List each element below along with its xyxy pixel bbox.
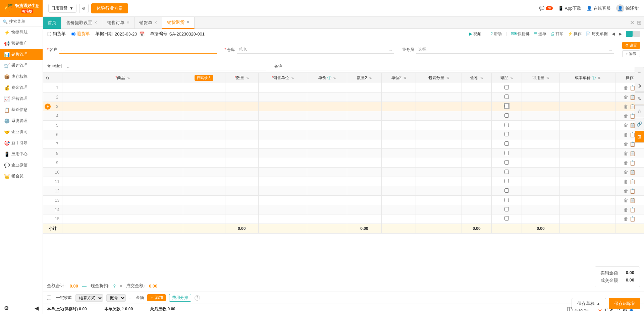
user-avatar[interactable]: 👤 徐泽华 — [616, 4, 639, 12]
delete-icon[interactable]: 🗑 — [624, 207, 628, 212]
copy-icon[interactable]: 📋 — [630, 179, 635, 184]
sidebar-item-inventory[interactable]: 📦 库存核算 — [0, 71, 43, 82]
col-config[interactable]: ⚙ — [43, 73, 52, 83]
sidebar-item-marketing[interactable]: 📢 营销推广 — [0, 38, 43, 49]
fee-split-button[interactable]: 费用分摊 — [169, 294, 191, 302]
message-button[interactable]: 💬 70 — [539, 6, 553, 11]
remark-input[interactable] — [284, 62, 640, 70]
gift-checkbox[interactable] — [504, 104, 509, 108]
online-service-button[interactable]: 👤 在线客服 — [587, 5, 611, 11]
category-select[interactable]: 日用百货 ▼ — [48, 4, 76, 13]
gift-checkbox[interactable] — [504, 160, 509, 165]
delete-icon[interactable]: 🗑 — [624, 132, 628, 137]
view-card[interactable] — [626, 31, 633, 37]
settings-bottom-icon[interactable]: ⚙ — [4, 305, 9, 311]
sidebar-item-finance[interactable]: 💰 资金管理 — [0, 82, 43, 93]
delete-icon[interactable]: 🗑 — [624, 151, 628, 156]
gift-checkbox[interactable] — [504, 151, 509, 155]
toolbar-operation[interactable]: ⚡ 操作 — [568, 31, 582, 37]
delete-icon[interactable]: 🗑 — [624, 95, 628, 100]
logistics-button[interactable]: + 物流 — [622, 50, 640, 57]
delete-icon[interactable]: 🗑 — [624, 160, 628, 166]
float-btn-3[interactable]: ✎ — [635, 92, 644, 105]
sidebar-item-purchase[interactable]: 🛒 采购管理 — [0, 60, 43, 71]
copy-icon[interactable]: 📋 — [630, 216, 635, 222]
tab-close-return[interactable]: ✕ — [186, 20, 190, 24]
delete-icon[interactable]: 🗑 — [624, 198, 628, 203]
trial-button[interactable]: 体验行业方案 — [91, 3, 128, 13]
sidebar-item-enterprise[interactable]: 🤝 企业协同 — [0, 126, 43, 137]
gift-checkbox[interactable] — [504, 123, 509, 127]
gift-checkbox[interactable] — [504, 216, 509, 221]
copy-icon[interactable]: 📋 — [630, 170, 635, 175]
tab-price-settings[interactable]: 售价提取设置 ✕ — [61, 17, 102, 29]
tab-close-price[interactable]: ✕ — [94, 20, 97, 25]
gift-checkbox[interactable] — [504, 132, 509, 136]
copy-icon[interactable]: 📋 — [630, 188, 635, 194]
tab-expand[interactable]: ⊞ — [637, 19, 641, 26]
help-icon-debt[interactable]: ? — [121, 307, 124, 311]
sidebar-item-newbie[interactable]: 🎯 新手引导 — [0, 137, 43, 148]
radio-delivery[interactable]: 销货单 — [47, 31, 66, 37]
tab-home[interactable]: 首页 — [43, 17, 61, 29]
settings-button[interactable]: ⚙ 设置 — [622, 42, 640, 49]
sidebar-item-system[interactable]: ⚙️ 系统管理 — [0, 115, 43, 126]
gear-button[interactable]: ⚙ — [79, 4, 89, 13]
gift-checkbox[interactable] — [504, 188, 509, 193]
delete-icon[interactable]: 🗑 — [624, 85, 628, 90]
sidebar-item-basic[interactable]: 📋 基础信息 — [0, 104, 43, 115]
float-btn-5[interactable]: 🔗 — [635, 118, 644, 130]
product-input[interactable] — [64, 103, 181, 110]
delete-icon[interactable]: 🗑 — [624, 188, 628, 194]
gift-checkbox[interactable] — [504, 141, 509, 146]
one-click-checkbox[interactable] — [47, 296, 51, 300]
delete-icon[interactable]: 🗑 — [624, 170, 628, 175]
tab-sales-return[interactable]: 销货退货 ✕ — [162, 17, 195, 29]
calc-method-select[interactable]: 结算方式 — [75, 294, 103, 302]
gift-checkbox[interactable] — [504, 179, 509, 183]
view-list[interactable] — [633, 31, 640, 37]
tab-close-delivery[interactable]: ✕ — [154, 20, 157, 25]
add-button[interactable]: ＋ 添加 — [147, 294, 166, 301]
radio-delivery-input[interactable] — [47, 32, 51, 36]
sidebar-item-shortcut[interactable]: ⚡ 快捷导航 — [0, 27, 43, 38]
cost-info-icon[interactable]: ⓘ — [592, 75, 596, 80]
price-info-icon[interactable]: ⓘ — [327, 75, 331, 80]
tab-sales-delivery[interactable]: 销货单 ✕ — [135, 17, 162, 29]
delete-icon[interactable]: 🗑 — [624, 141, 628, 147]
copy-icon[interactable]: 📋 — [630, 207, 635, 212]
calendar-icon[interactable]: 📅 — [139, 32, 145, 37]
toolbar-video[interactable]: ▶ 视频 — [469, 31, 481, 37]
salesperson-input[interactable]: 选择... ... — [416, 46, 614, 54]
collapse-icon[interactable]: ◀ — [35, 305, 39, 311]
save-draft-button[interactable]: 保存草稿 ▲ — [572, 298, 606, 309]
gift-checkbox[interactable] — [504, 170, 509, 174]
gift-checkbox[interactable] — [504, 113, 509, 118]
tab-sales-order[interactable]: 销售订单 ✕ — [102, 17, 135, 29]
copy-icon[interactable]: 📋 — [630, 198, 635, 203]
help-circle-icon[interactable]: ? — [113, 284, 116, 289]
customer-addr-input[interactable]: ... — [65, 62, 266, 70]
nav-prev[interactable]: ◀ — [612, 32, 615, 36]
sidebar-item-member[interactable]: 👑 畅会员 — [0, 171, 43, 182]
float-btn-6[interactable]: ⊞ — [635, 131, 644, 143]
toolbar-history[interactable]: 📄 历史单据 — [586, 31, 608, 37]
tab-close-all[interactable]: ✕ — [630, 19, 634, 26]
sidebar-item-appstore[interactable]: 📱 应用中心 — [0, 148, 43, 160]
gift-checkbox[interactable] — [504, 207, 509, 211]
toolbar-shortcut[interactable]: ⌨ 快捷键 — [511, 31, 530, 37]
toolbar-help[interactable]: ? 帮助 — [490, 31, 502, 37]
gift-checkbox[interactable] — [504, 85, 509, 89]
gift-checkbox[interactable] — [504, 95, 509, 99]
save-new-button[interactable]: 保存&新增 — [609, 298, 640, 309]
copy-icon[interactable]: 📋 — [630, 151, 635, 156]
scan-button[interactable]: 扫码录入 — [195, 75, 213, 81]
delete-icon[interactable]: 🗑 — [624, 179, 628, 184]
add-row-icon[interactable]: + — [45, 104, 51, 110]
toolbar-print[interactable]: 🖨 打印 — [550, 31, 564, 37]
app-download-button[interactable]: 📱 App下载 — [558, 5, 581, 11]
tab-close-sales-order[interactable]: ✕ — [126, 20, 129, 25]
fee-help-icon[interactable]: ? — [195, 295, 200, 301]
delete-icon[interactable]: 🗑 — [624, 104, 628, 109]
warehouse-input[interactable]: 总仓 ... — [237, 46, 394, 54]
